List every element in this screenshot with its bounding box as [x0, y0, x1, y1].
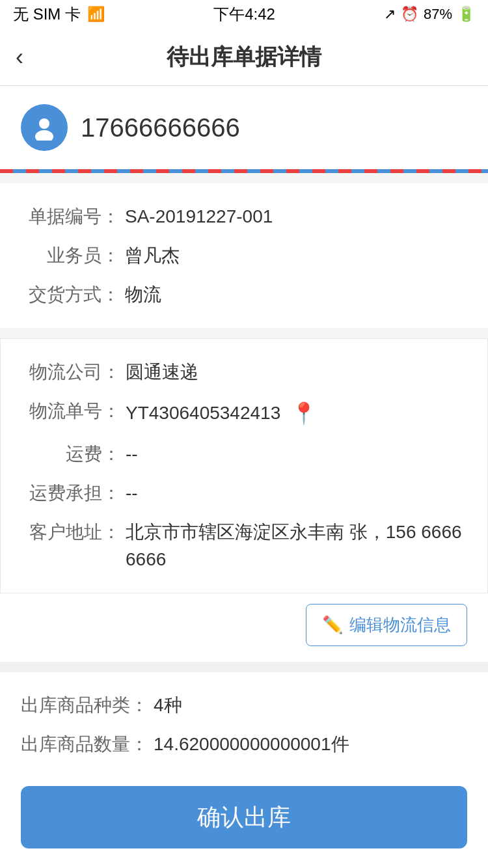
edit-btn-row: ✏️ 编辑物流信息 — [0, 593, 488, 662]
address-row: 客户地址： 北京市市辖区海淀区永丰南 张，156 6666 6666 — [21, 519, 467, 573]
logistics-company-row: 物流公司： 圆通速递 — [21, 359, 467, 386]
address-label: 客户地址： — [21, 519, 126, 546]
delivery-row: 交货方式： 物流 — [21, 281, 467, 308]
doc-no-value: SA-20191227-001 — [125, 203, 467, 230]
salesman-label: 业务员： — [21, 242, 125, 269]
document-info-section: 单据编号： SA-20191227-001 业务员： 曾凡杰 交货方式： 物流 — [0, 183, 488, 328]
freight-bearer-value: -- — [126, 480, 467, 507]
logistics-company-label: 物流公司： — [21, 359, 126, 386]
tracking-value: YT4306405342413 📍 — [126, 398, 467, 429]
doc-no-label: 单据编号： — [21, 203, 125, 230]
status-bar: 无 SIM 卡 📶 下午4:42 ↗ ⏰ 87% 🔋 — [0, 0, 488, 29]
svg-point-1 — [35, 130, 53, 141]
status-left: 无 SIM 卡 📶 — [13, 4, 105, 25]
delivery-value: 物流 — [125, 281, 467, 308]
freight-bearer-label: 运费承担： — [21, 480, 126, 507]
alarm-icon: ⏰ — [401, 6, 418, 23]
goods-type-row: 出库商品种类： 4种 — [21, 692, 467, 719]
logistics-section: 物流公司： 圆通速递 物流单号： YT4306405342413 📍 运费： -… — [0, 338, 488, 593]
tracking-label: 物流单号： — [21, 398, 126, 425]
edit-logistics-button[interactable]: ✏️ 编辑物流信息 — [306, 604, 467, 646]
salesman-row: 业务员： 曾凡杰 — [21, 242, 467, 269]
goods-type-value: 4种 — [154, 692, 467, 719]
goods-section: 出库商品种类： 4种 出库商品数量： 14.620000000000001件 — [0, 672, 488, 778]
confirm-outbound-button[interactable]: 确认出库 — [21, 786, 467, 848]
location-status-icon: ↗ — [384, 6, 396, 23]
tracking-row: 物流单号： YT4306405342413 📍 — [21, 398, 467, 429]
tracking-location-icon[interactable]: 📍 — [291, 398, 317, 429]
dashed-border-decoration — [0, 169, 488, 173]
customer-phone: 17666666666 — [81, 113, 240, 142]
goods-quantity-label: 出库商品数量： — [21, 731, 154, 758]
wifi-icon: 📶 — [87, 6, 105, 23]
doc-no-row: 单据编号： SA-20191227-001 — [21, 203, 467, 230]
address-value: 北京市市辖区海淀区永丰南 张，156 6666 6666 — [126, 519, 467, 573]
carrier-text: 无 SIM 卡 — [13, 4, 81, 25]
freight-bearer-row: 运费承担： -- — [21, 480, 467, 507]
status-time: 下午4:42 — [213, 4, 275, 25]
logistics-company-value: 圆通速递 — [126, 359, 467, 386]
section-divider — [0, 662, 488, 672]
edit-icon: ✏️ — [322, 615, 343, 635]
delivery-label: 交货方式： — [21, 281, 125, 308]
edit-btn-label: 编辑物流信息 — [349, 614, 451, 636]
salesman-value: 曾凡杰 — [125, 242, 467, 269]
goods-quantity-value: 14.620000000000001件 — [154, 731, 467, 758]
customer-avatar — [21, 104, 68, 151]
svg-point-0 — [39, 118, 49, 129]
freight-value: -- — [126, 441, 467, 468]
battery-text: 87% — [424, 6, 452, 23]
goods-type-label: 出库商品种类： — [21, 692, 154, 719]
battery-icon: 🔋 — [457, 6, 475, 23]
nav-bar: ‹ 待出库单据详情 — [0, 29, 488, 86]
confirm-btn-wrapper: 确认出库 — [0, 773, 488, 868]
status-right: ↗ ⏰ 87% 🔋 — [384, 6, 475, 23]
goods-quantity-row: 出库商品数量： 14.620000000000001件 — [21, 731, 467, 758]
page-title: 待出库单据详情 — [167, 42, 321, 72]
tracking-number: YT4306405342413 — [126, 400, 280, 427]
back-button[interactable]: ‹ — [16, 44, 23, 71]
freight-row: 运费： -- — [21, 441, 467, 468]
customer-header: 17666666666 — [0, 86, 488, 169]
freight-label: 运费： — [21, 441, 126, 468]
